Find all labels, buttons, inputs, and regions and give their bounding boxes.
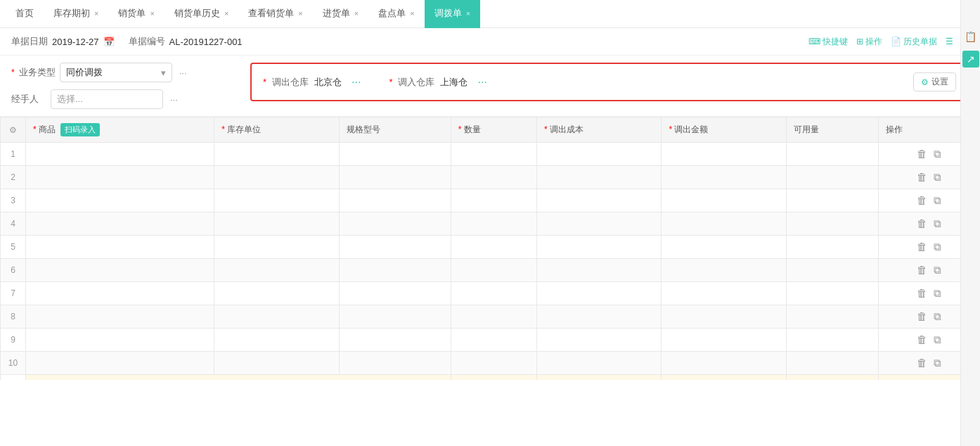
warehouse-out-more-icon[interactable]: ···	[352, 76, 361, 89]
view-toggle-list[interactable]: ☰	[946, 37, 953, 46]
tab-sales-history[interactable]: 销货单历史 ×	[165, 0, 238, 28]
cost-cell[interactable]	[536, 189, 662, 212]
spec-cell[interactable]	[339, 305, 451, 329]
copy-row-icon[interactable]: ⧉	[934, 241, 941, 253]
product-cell[interactable]	[26, 259, 214, 282]
amount-cell[interactable]	[662, 305, 787, 329]
spec-cell[interactable]	[339, 352, 451, 375]
quantity-cell[interactable]	[451, 212, 536, 236]
amount-cell[interactable]	[662, 282, 787, 305]
close-sales-order-icon[interactable]: ×	[150, 9, 154, 18]
close-sales-history-icon[interactable]: ×	[224, 9, 228, 18]
delete-row-icon[interactable]: 🗑	[917, 241, 927, 253]
close-transfer-icon[interactable]: ×	[466, 9, 470, 18]
close-inventory-init-icon[interactable]: ×	[94, 9, 98, 18]
available-cell[interactable]	[786, 329, 878, 352]
unit-cell[interactable]	[214, 166, 340, 189]
spec-cell[interactable]	[339, 189, 451, 212]
copy-row-icon[interactable]: ⧉	[934, 333, 941, 345]
amount-cell[interactable]	[662, 212, 787, 236]
spec-cell[interactable]	[339, 166, 451, 189]
available-cell[interactable]	[786, 282, 878, 305]
spec-cell[interactable]	[339, 259, 451, 282]
cost-cell[interactable]	[536, 305, 662, 329]
quantity-cell[interactable]	[451, 189, 536, 212]
unit-cell[interactable]	[214, 329, 340, 352]
amount-cell[interactable]	[662, 166, 787, 189]
copy-row-icon[interactable]: ⧉	[934, 171, 941, 183]
unit-cell[interactable]	[214, 212, 340, 236]
product-cell[interactable]	[26, 212, 214, 236]
product-cell[interactable]	[26, 305, 214, 329]
unit-cell[interactable]	[214, 143, 340, 166]
available-cell[interactable]	[786, 166, 878, 189]
cost-cell[interactable]	[536, 282, 662, 305]
cost-cell[interactable]	[536, 166, 662, 189]
tab-home[interactable]: 首页	[6, 0, 44, 28]
spec-cell[interactable]	[339, 236, 451, 259]
history-action[interactable]: 📄 历史单据	[891, 36, 937, 48]
warehouse-in-more-icon[interactable]: ···	[477, 76, 486, 89]
spec-cell[interactable]	[339, 282, 451, 305]
delete-row-icon[interactable]: 🗑	[917, 148, 927, 160]
tab-inventory-init[interactable]: 库存期初 ×	[44, 0, 108, 28]
scan-button[interactable]: 扫码录入	[60, 123, 100, 136]
tab-transfer[interactable]: 调拨单 ×	[425, 0, 480, 28]
quantity-cell[interactable]	[451, 282, 536, 305]
available-cell[interactable]	[786, 212, 878, 236]
quantity-cell[interactable]	[451, 352, 536, 375]
delete-row-icon[interactable]: 🗑	[917, 357, 927, 369]
amount-cell[interactable]	[662, 143, 787, 166]
product-cell[interactable]	[26, 236, 214, 259]
delete-row-icon[interactable]: 🗑	[917, 171, 927, 183]
quantity-cell[interactable]	[451, 143, 536, 166]
cost-cell[interactable]	[536, 329, 662, 352]
close-purchase-icon[interactable]: ×	[354, 9, 359, 18]
business-type-more-icon[interactable]: ···	[179, 68, 187, 78]
amount-cell[interactable]	[662, 329, 787, 352]
person-select[interactable]: 选择...	[51, 89, 163, 109]
quantity-cell[interactable]	[451, 166, 536, 189]
quantity-cell[interactable]	[451, 236, 536, 259]
unit-cell[interactable]	[214, 259, 340, 282]
copy-row-icon[interactable]: ⧉	[934, 357, 941, 369]
unit-cell[interactable]	[214, 236, 340, 259]
delete-row-icon[interactable]: 🗑	[917, 217, 927, 229]
cost-cell[interactable]	[536, 236, 662, 259]
cost-cell[interactable]	[536, 259, 662, 282]
available-cell[interactable]	[786, 305, 878, 329]
amount-cell[interactable]	[662, 236, 787, 259]
product-cell[interactable]	[26, 282, 214, 305]
amount-cell[interactable]	[662, 352, 787, 375]
delete-row-icon[interactable]: 🗑	[917, 194, 927, 206]
unit-cell[interactable]	[214, 189, 340, 212]
close-inventory-check-icon[interactable]: ×	[410, 9, 414, 18]
spec-cell[interactable]	[339, 329, 451, 352]
delete-row-icon[interactable]: 🗑	[917, 333, 927, 345]
shortcut-action[interactable]: ⌨ 快捷键	[808, 36, 848, 48]
product-cell[interactable]	[26, 189, 214, 212]
copy-row-icon[interactable]: ⧉	[934, 194, 941, 206]
spec-cell[interactable]	[339, 143, 451, 166]
operate-action[interactable]: ⊞ 操作	[856, 36, 882, 48]
quantity-cell[interactable]	[451, 305, 536, 329]
sidebar-doc-icon[interactable]: 📋	[962, 28, 979, 45]
tab-view-sales[interactable]: 查看销货单 ×	[238, 0, 312, 28]
unit-cell[interactable]	[214, 305, 340, 329]
available-cell[interactable]	[786, 236, 878, 259]
business-type-select[interactable]: 同价调拨 ▾	[60, 63, 172, 82]
delete-row-icon[interactable]: 🗑	[917, 287, 927, 299]
cost-cell[interactable]	[536, 352, 662, 375]
available-cell[interactable]	[786, 352, 878, 375]
available-cell[interactable]	[786, 143, 878, 166]
copy-row-icon[interactable]: ⧉	[934, 217, 941, 229]
unit-cell[interactable]	[214, 352, 340, 375]
cost-cell[interactable]	[536, 212, 662, 236]
copy-row-icon[interactable]: ⧉	[934, 310, 941, 322]
amount-cell[interactable]	[662, 189, 787, 212]
unit-cell[interactable]	[214, 282, 340, 305]
product-cell[interactable]	[26, 352, 214, 375]
close-view-sales-icon[interactable]: ×	[298, 9, 302, 18]
sidebar-expand-icon[interactable]: ↗	[962, 51, 979, 68]
tab-inventory-check[interactable]: 盘点单 ×	[368, 0, 424, 28]
